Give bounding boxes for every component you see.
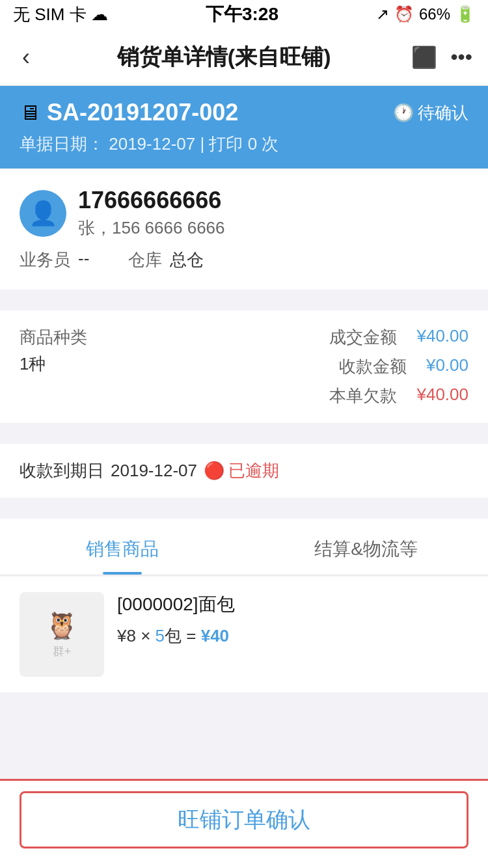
warehouse-value: 总仓: [170, 249, 204, 271]
salesperson-value: --: [78, 249, 89, 271]
summary-right: 成交金额 ¥40.00 收款金额 ¥0.00 本单欠款 ¥40.00: [329, 326, 468, 407]
amount-value: ¥40.00: [416, 326, 468, 349]
customer-row: 👤 17666666666 张，156 6666 6666: [20, 187, 468, 239]
divider-3: [0, 508, 488, 519]
overdue-icon: 🔴: [204, 461, 224, 481]
back-icon: ‹: [22, 44, 30, 70]
nav-bar: ‹ 销货单详情(来自旺铺) ⬛ •••: [0, 29, 488, 86]
product-thumb-icon: 🦉: [46, 610, 78, 641]
price-formula: ¥8 ×: [117, 626, 156, 645]
product-info: [0000002]面包 ¥8 × 5包 = ¥40: [117, 592, 235, 647]
tabs-section: 销售商品 结算&物流等: [0, 519, 488, 575]
alarm-icon: ⏰: [394, 5, 414, 23]
order-id: SA-20191207-002: [47, 99, 238, 126]
status-bar: 无 SIM 卡 ☁ 下午3:28 ↗ ⏰ 66% 🔋: [0, 0, 488, 29]
nav-actions: ⬛ •••: [411, 45, 472, 70]
tab-settlement[interactable]: 结算&物流等: [244, 519, 488, 575]
order-id-row: 🖥 SA-20191207-002: [20, 99, 238, 126]
product-thumb-label: 群+: [53, 644, 72, 659]
debt-row: 本单欠款 ¥40.00: [329, 385, 468, 407]
page-title: 销货单详情(来自旺铺): [117, 42, 331, 72]
status-text: 待确认: [418, 102, 468, 124]
order-header: 🖥 SA-20191207-002 🕐 待确认 单据日期： 2019-12-07…: [0, 86, 488, 169]
category-label: 商品种类: [20, 326, 87, 349]
divider-2: [0, 433, 488, 444]
amount-label: 成交金额: [329, 326, 397, 349]
product-price: ¥8 × 5包 = ¥40: [117, 625, 235, 647]
order-date: 2019-12-07: [109, 134, 195, 154]
debt-value: ¥40.00: [416, 385, 468, 407]
receipt-label: 收款金额: [339, 355, 407, 378]
product-unit: 包: [165, 626, 182, 645]
print-info: | 打印 0 次: [200, 134, 278, 154]
salesperson-label: 业务员: [20, 249, 70, 271]
overdue-text: 已逾期: [228, 459, 279, 482]
battery-icon: 🔋: [455, 5, 475, 23]
amount-row: 成交金额 ¥40.00: [329, 326, 468, 349]
warehouse-label: 仓库: [128, 249, 162, 271]
share-icon[interactable]: ⬛: [411, 45, 437, 70]
customer-section: 👤 17666666666 张，156 6666 6666 业务员 -- 仓库 …: [0, 169, 488, 290]
tab-settlement-label: 结算&物流等: [314, 539, 418, 559]
tab-products[interactable]: 销售商品: [0, 519, 244, 575]
summary-section: 商品种类 1种 成交金额 ¥40.00 收款金额 ¥0.00 本单欠款 ¥40.…: [0, 310, 488, 423]
product-row: 🦉 群+ [0000002]面包 ¥8 × 5包 = ¥40: [20, 592, 468, 677]
back-button[interactable]: ‹: [16, 37, 36, 77]
receipt-value: ¥0.00: [426, 355, 468, 378]
location-icon: ↗: [376, 5, 389, 23]
order-icon: 🖥: [20, 101, 40, 125]
receipt-row: 收款金额 ¥0.00: [339, 355, 468, 378]
due-date-section: 收款到期日 2019-12-07 🔴 已逾期: [0, 444, 488, 498]
product-section: 🦉 群+ [0000002]面包 ¥8 × 5包 = ¥40: [0, 576, 488, 692]
customer-meta: 业务员 -- 仓库 总仓: [20, 249, 468, 271]
category-value: 1种: [20, 353, 87, 375]
bottom-action-area: 旺铺订单确认: [0, 779, 488, 868]
salesperson-item: 业务员 --: [20, 249, 89, 271]
order-header-top: 🖥 SA-20191207-002 🕐 待确认: [20, 99, 468, 126]
order-date-info: 单据日期： 2019-12-07 | 打印 0 次: [20, 133, 468, 156]
equals-sign: =: [182, 626, 201, 645]
status-right: ↗ ⏰ 66% 🔋: [376, 5, 475, 23]
warehouse-item: 仓库 总仓: [128, 249, 204, 271]
overdue-badge: 🔴 已逾期: [204, 459, 279, 482]
status-time: 下午3:28: [206, 2, 278, 27]
product-name: [0000002]面包: [117, 592, 235, 617]
summary-left: 商品种类 1种: [20, 326, 87, 375]
clock-icon: 🕐: [393, 103, 414, 123]
due-date: 2019-12-07: [111, 461, 197, 481]
date-label: 单据日期：: [20, 134, 104, 154]
confirm-order-button[interactable]: 旺铺订单确认: [20, 791, 468, 848]
customer-phone: 17666666666: [78, 187, 225, 214]
customer-name: 张，156 6666 6666: [78, 217, 225, 239]
order-status: 🕐 待确认: [393, 102, 468, 124]
status-left: 无 SIM 卡 ☁: [13, 3, 108, 26]
product-thumbnail: 🦉 群+: [20, 592, 104, 677]
tab-products-label: 销售商品: [86, 539, 159, 559]
product-qty: 5: [156, 626, 165, 645]
avatar: 👤: [20, 190, 66, 237]
battery-level: 66%: [419, 5, 450, 23]
due-label: 收款到期日: [20, 459, 104, 482]
avatar-icon: 👤: [29, 200, 58, 227]
divider-1: [0, 300, 488, 310]
product-total: ¥40: [201, 626, 229, 645]
sim-status: 无 SIM 卡 ☁: [13, 3, 108, 26]
customer-details: 17666666666 张，156 6666 6666: [78, 187, 225, 239]
debt-label: 本单欠款: [329, 385, 397, 407]
more-icon[interactable]: •••: [450, 45, 472, 69]
